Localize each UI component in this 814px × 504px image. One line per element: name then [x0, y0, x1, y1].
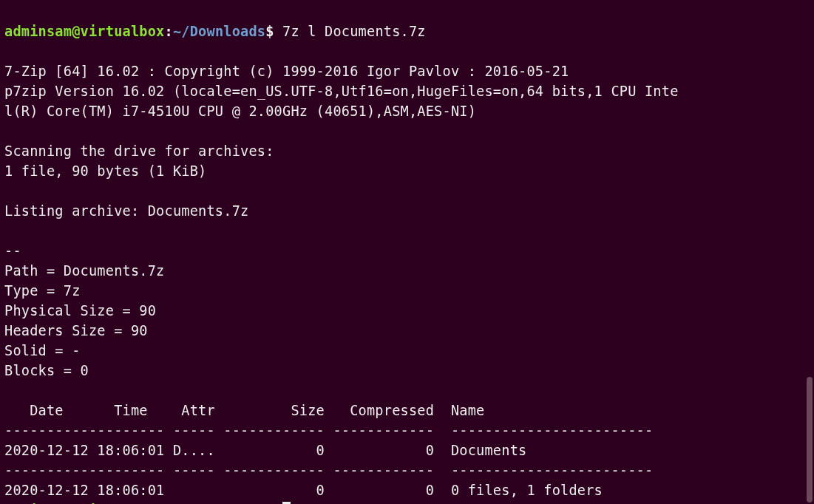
- scrollbar[interactable]: [805, 0, 814, 504]
- output-line: Type = 7z: [4, 283, 81, 299]
- output-line: 1 file, 90 bytes (1 KiB): [4, 163, 206, 179]
- table-header: Date Time Attr Size Compressed Name: [4, 403, 484, 418]
- output-line: l(R) Core(TM) i7-4510U CPU @ 2.00GHz (40…: [4, 103, 476, 119]
- prompt-dollar: $: [265, 24, 274, 39]
- command-text: 7z l Documents.7z: [274, 24, 426, 39]
- output-line: --: [4, 243, 21, 259]
- output-line: Headers Size = 90: [4, 323, 148, 338]
- prompt-line-1: adminsam@virtualbox:~/Downloads$ 7z l Do…: [4, 24, 426, 39]
- output-line: Blocks = 0: [4, 363, 89, 378]
- output-line: Path = Documents.7z: [4, 263, 165, 279]
- terminal[interactable]: adminsam@virtualbox:~/Downloads$ 7z l Do…: [0, 0, 814, 504]
- table-row: 2020-12-12 18:06:01 D.... 0 0 Documents: [4, 443, 526, 458]
- output-line: Solid = -: [4, 343, 81, 358]
- table-summary: 2020-12-12 18:06:01 0 0 0 files, 1 folde…: [4, 483, 603, 498]
- table-separator: ------------------- ----- ------------ -…: [4, 463, 653, 478]
- output-line: Physical Size = 90: [4, 303, 156, 319]
- output-line: Scanning the drive for archives:: [4, 143, 274, 159]
- prompt-path: ~/Downloads: [173, 24, 265, 39]
- output-line: 7-Zip [64] 16.02 : Copyright (c) 1999-20…: [4, 64, 569, 79]
- prompt-colon: :: [165, 24, 173, 39]
- output-line: p7zip Version 16.02 (locale=en_US.UTF-8,…: [4, 84, 679, 99]
- scrollbar-thumb[interactable]: [807, 377, 813, 503]
- table-separator: ------------------- ----- ------------ -…: [4, 423, 653, 438]
- output-line: Listing archive: Documents.7z: [4, 203, 248, 219]
- prompt-user: adminsam@virtualbox: [4, 24, 165, 39]
